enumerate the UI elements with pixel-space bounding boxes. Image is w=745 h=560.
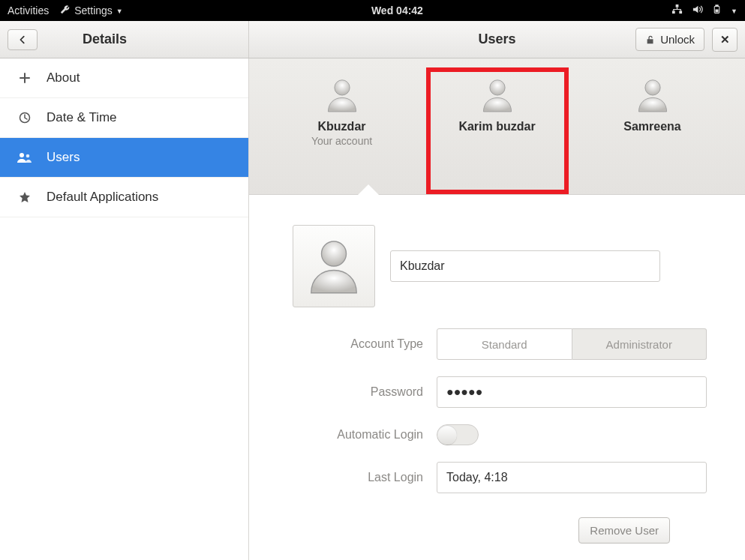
svg-rect-4	[716, 5, 718, 7]
last-login-label: Last Login	[287, 471, 437, 484]
sidebar-item-label: Users	[47, 150, 80, 165]
password-field[interactable]: ●●●●●	[437, 376, 707, 408]
clock-icon	[17, 112, 33, 124]
sidebar-item-about[interactable]: About	[0, 58, 248, 98]
gnome-topbar: Activities Settings ▼ Wed 04:42 ▼	[0, 0, 745, 21]
avatar-icon	[632, 75, 673, 115]
avatar-icon	[477, 75, 518, 115]
svg-point-11	[644, 80, 659, 95]
activities-button[interactable]: Activities	[8, 4, 49, 16]
main-panel: Kbuzdar Your account Karim buzdar Samree…	[249, 58, 745, 560]
avatar-icon	[301, 233, 367, 299]
unlock-button-label: Unlock	[660, 33, 695, 46]
last-login-value-box[interactable]: Today, 4:18	[437, 462, 707, 493]
account-type-toggle[interactable]: Standard Administrator	[437, 328, 707, 360]
password-value: ●●●●●	[446, 385, 482, 399]
switch-knob	[437, 425, 457, 445]
chevron-down-icon: ▼	[116, 7, 123, 15]
last-login-value: Today, 4:18	[446, 471, 508, 484]
unlock-button[interactable]: Unlock	[635, 28, 704, 51]
display-name-value: Kbuzdar	[400, 259, 445, 273]
automatic-login-switch[interactable]	[437, 424, 479, 445]
sidebar-item-label: Date & Time	[47, 110, 117, 125]
lock-open-icon	[645, 34, 656, 45]
user-tile-name: Karim buzdar	[458, 120, 535, 133]
user-form: Kbuzdar Account Type Standard Administra…	[249, 195, 745, 551]
plus-icon	[17, 72, 33, 84]
account-type-standard[interactable]: Standard	[437, 328, 572, 360]
account-type-label: Account Type	[287, 337, 437, 351]
volume-icon[interactable]	[692, 4, 703, 17]
users-icon	[17, 151, 33, 163]
close-icon: ✕	[720, 33, 730, 46]
svg-point-8	[26, 154, 30, 158]
svg-point-12	[322, 241, 347, 266]
user-tile-samreena[interactable]: Samreena	[581, 75, 724, 194]
avatar-icon	[322, 75, 362, 115]
account-type-administrator[interactable]: Administrator	[572, 328, 707, 360]
automatic-login-label: Automatic Login	[287, 428, 437, 442]
avatar-selector[interactable]	[293, 225, 375, 307]
user-tile-name: Kbuzdar	[318, 120, 366, 133]
svg-rect-2	[679, 10, 682, 13]
clock-label[interactable]: Wed 04:42	[123, 4, 671, 16]
sidebar-item-users[interactable]: Users	[0, 138, 248, 178]
user-tile-subtitle: Your account	[311, 135, 372, 147]
svg-point-9	[334, 80, 349, 95]
user-tile-kbuzdar[interactable]: Kbuzdar Your account	[271, 75, 413, 194]
display-name-input[interactable]: Kbuzdar	[390, 250, 660, 282]
sidebar-item-label: About	[47, 70, 80, 85]
svg-rect-5	[716, 10, 719, 13]
sidebar-item-default-applications[interactable]: Default Applications	[0, 178, 248, 217]
svg-point-10	[489, 80, 504, 95]
app-menu-settings[interactable]: Settings ▼	[59, 4, 123, 17]
star-icon	[17, 191, 33, 203]
svg-rect-1	[672, 10, 675, 13]
window-header: Details Users Unlock ✕	[0, 21, 745, 58]
app-menu-label: Settings	[74, 4, 113, 16]
wrench-icon	[59, 4, 71, 17]
sidebar: About Date & Time Users Default Applicat…	[0, 58, 249, 560]
users-strip: Kbuzdar Your account Karim buzdar Samree…	[249, 58, 745, 195]
user-tile-name: Samreena	[623, 120, 681, 133]
sidebar-item-label: Default Applications	[47, 190, 158, 205]
left-pane-title: Details	[83, 31, 127, 47]
system-menu-chevron-icon[interactable]: ▼	[731, 7, 737, 15]
back-button[interactable]	[8, 29, 38, 50]
selected-user-pointer	[358, 184, 379, 195]
battery-icon[interactable]	[712, 4, 722, 17]
sidebar-item-datetime[interactable]: Date & Time	[0, 98, 248, 138]
svg-rect-0	[676, 4, 679, 7]
network-icon[interactable]	[671, 4, 683, 17]
remove-user-button[interactable]: Remove User	[578, 517, 670, 544]
user-tile-karim-buzdar[interactable]: Karim buzdar	[426, 67, 569, 194]
svg-point-7	[20, 153, 24, 157]
password-label: Password	[287, 385, 437, 399]
close-button[interactable]: ✕	[712, 28, 737, 52]
